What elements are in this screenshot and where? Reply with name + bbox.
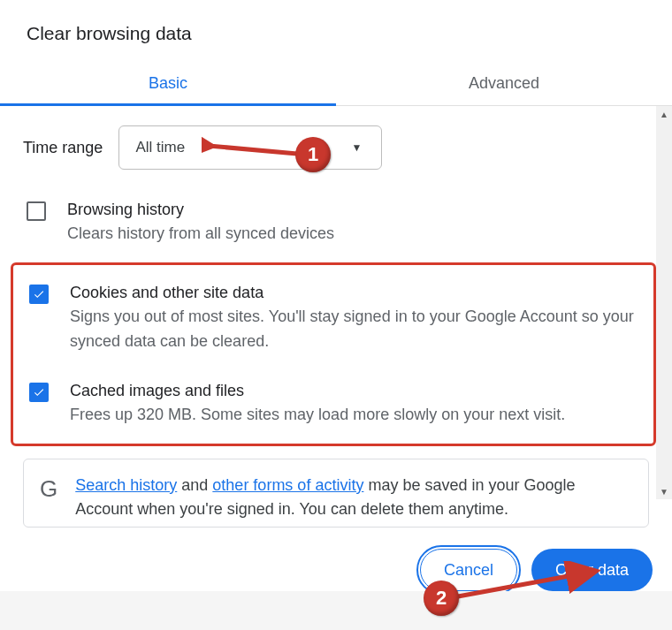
scrollbar[interactable]: ▲ ▼	[656, 106, 672, 499]
option-title: Cached images and files	[70, 379, 565, 403]
option-desc: Signs you out of most sites. You'll stay…	[70, 305, 643, 354]
option-browsing-history[interactable]: Browsing history Clears history from all…	[23, 186, 649, 259]
annotation-highlight-box: Cookies and other site data Signs you ou…	[11, 262, 656, 446]
annotation-badge-2: 2	[424, 581, 459, 616]
scroll-up-icon[interactable]: ▲	[656, 106, 672, 122]
bottom-strip	[0, 591, 672, 630]
time-range-value: All time	[135, 139, 185, 156]
option-desc: Frees up 320 MB. Some sites may load mor…	[70, 403, 565, 428]
google-account-info: G Search history and other forms of acti…	[23, 459, 649, 528]
chevron-down-icon: ▼	[351, 141, 362, 154]
time-range-label: Time range	[23, 139, 103, 157]
checkbox-cache[interactable]	[29, 383, 49, 402]
google-logo-icon: G	[40, 474, 57, 500]
tab-advanced[interactable]: Advanced	[336, 64, 672, 105]
checkbox-cookies[interactable]	[29, 285, 49, 304]
scroll-area: Time range All time ▼ Browsing history C…	[0, 106, 672, 499]
clear-data-button[interactable]: Clear data	[531, 549, 653, 591]
info-text: Search history and other forms of activi…	[75, 474, 632, 521]
scroll-down-icon[interactable]: ▼	[656, 483, 672, 499]
link-other-activity[interactable]: other forms of activity	[212, 476, 363, 494]
checkbox-browsing-history[interactable]	[27, 201, 46, 221]
dialog-title: Clear browsing data	[0, 0, 672, 44]
option-title: Browsing history	[67, 198, 334, 222]
link-search-history[interactable]: Search history	[75, 476, 177, 494]
option-title: Cookies and other site data	[70, 281, 643, 305]
tab-bar: Basic Advanced	[0, 64, 672, 106]
dialog-footer: Cancel Clear data	[0, 549, 672, 591]
tab-basic[interactable]: Basic	[0, 64, 336, 105]
annotation-badge-1: 1	[295, 137, 331, 172]
option-cookies[interactable]: Cookies and other site data Signs you ou…	[26, 269, 646, 367]
option-desc: Clears history from all synced devices	[67, 222, 334, 247]
time-range-select[interactable]: All time ▼	[118, 125, 382, 170]
option-cache[interactable]: Cached images and files Frees up 320 MB.…	[26, 367, 646, 440]
